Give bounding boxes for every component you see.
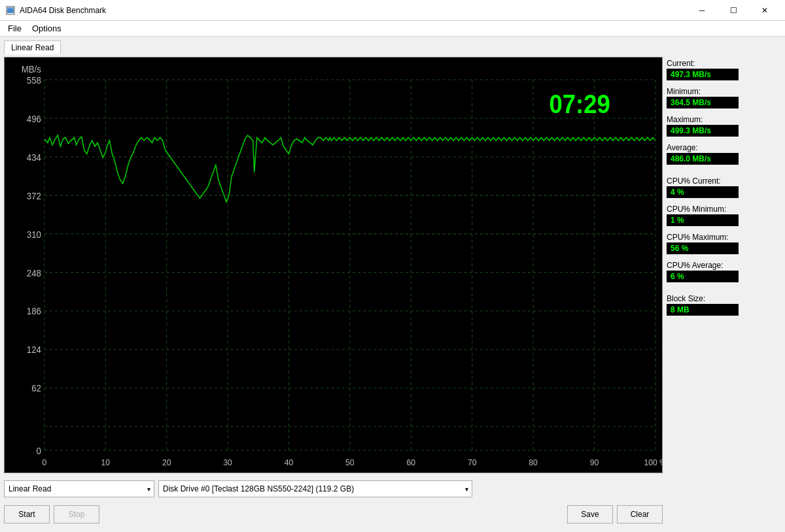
maximum-stat: Maximum: 499.3 MB/s (667, 115, 781, 139)
minimum-stat: Minimum: 364.5 MB/s (667, 87, 781, 111)
close-button[interactable]: ✕ (750, 3, 780, 18)
svg-text:80: 80 (529, 457, 538, 467)
drive-select[interactable]: Disk Drive #0 [Teclast 128GB NS550-2242]… (158, 480, 472, 497)
menu-options[interactable]: Options (27, 22, 67, 35)
chart-area: MB/s 558 496 434 372 310 248 186 124 62 … (4, 57, 663, 473)
svg-text:40: 40 (285, 457, 294, 467)
cpu-average-value: 6 % (667, 271, 739, 282)
svg-text:10: 10 (101, 457, 111, 467)
svg-text:434: 434 (27, 152, 41, 163)
current-label: Current: (667, 59, 781, 68)
controls-row1: Linear Read Random Read Linear Write Ran… (4, 480, 663, 497)
chart-svg: MB/s 558 496 434 372 310 248 186 124 62 … (5, 58, 662, 473)
cpu-minimum-value: 1 % (667, 214, 739, 226)
average-stat: Average: 486.0 MB/s (667, 143, 781, 167)
svg-text:0: 0 (43, 457, 47, 467)
cpu-average-label: CPU% Average: (667, 261, 781, 270)
svg-text:30: 30 (223, 457, 232, 467)
tab-container: Linear Read (4, 41, 663, 54)
svg-text:MB/s: MB/s (22, 63, 41, 75)
cpu-minimum-label: CPU% Minimum: (667, 205, 781, 214)
left-panel: Linear Read (4, 41, 663, 528)
svg-text:20: 20 (162, 457, 171, 467)
save-button[interactable]: Save (567, 505, 613, 524)
svg-rect-1 (7, 8, 14, 13)
window-controls: ─ ☐ ✕ (687, 3, 780, 18)
maximum-value: 499.3 MB/s (667, 125, 739, 137)
block-size-stat: Block Size: 8 MB (667, 294, 781, 318)
svg-text:310: 310 (27, 229, 41, 240)
cpu-current-value: 4 % (667, 186, 739, 198)
menu-file[interactable]: File (3, 22, 27, 35)
title-bar: AIDA64 Disk Benchmark ─ ☐ ✕ (0, 0, 785, 21)
svg-text:50: 50 (345, 457, 355, 467)
svg-text:0: 0 (36, 445, 41, 456)
right-panel: Current: 497.3 MB/s Minimum: 364.5 MB/s … (667, 41, 781, 528)
window-title: AIDA64 Disk Benchmark (20, 6, 687, 15)
minimum-value: 364.5 MB/s (667, 97, 739, 108)
test-type-select[interactable]: Linear Read Random Read Linear Write Ran… (4, 480, 154, 497)
svg-rect-2 (7, 7, 14, 8)
current-value: 497.3 MB/s (667, 69, 739, 80)
svg-text:124: 124 (27, 344, 41, 356)
app-icon (5, 5, 16, 16)
main-content: Linear Read (0, 37, 785, 532)
stop-button[interactable]: Stop (54, 505, 99, 524)
maximize-button[interactable]: ☐ (718, 3, 748, 18)
svg-rect-3 (5, 58, 662, 473)
minimum-label: Minimum: (667, 87, 781, 96)
cpu-average-stat: CPU% Average: 6 % (667, 261, 781, 285)
average-value: 486.0 MB/s (667, 153, 739, 165)
block-size-label: Block Size: (667, 294, 781, 303)
cpu-maximum-label: CPU% Maximum: (667, 233, 781, 242)
current-stat: Current: 497.3 MB/s (667, 59, 781, 83)
svg-text:496: 496 (27, 113, 41, 124)
controls-row2: Start Stop Save Clear (4, 505, 663, 524)
minimize-button[interactable]: ─ (687, 3, 717, 18)
clear-button[interactable]: Clear (617, 505, 663, 524)
svg-text:90: 90 (590, 457, 599, 467)
average-label: Average: (667, 143, 781, 152)
svg-text:248: 248 (27, 267, 41, 278)
tab-linear-read[interactable]: Linear Read (4, 41, 61, 54)
svg-text:372: 372 (27, 190, 41, 201)
cpu-maximum-value: 56 % (667, 242, 739, 254)
svg-text:60: 60 (407, 457, 416, 467)
maximum-label: Maximum: (667, 115, 781, 124)
cpu-current-stat: CPU% Current: 4 % (667, 176, 781, 201)
drive-select-wrapper: Disk Drive #0 [Teclast 128GB NS550-2242]… (158, 480, 472, 497)
svg-text:100 %: 100 % (644, 457, 662, 467)
svg-text:70: 70 (468, 457, 477, 467)
svg-text:186: 186 (27, 306, 41, 317)
timer-display: 07:29 (549, 89, 610, 118)
menu-bar: File Options (0, 21, 785, 37)
cpu-current-label: CPU% Current: (667, 176, 781, 186)
test-type-wrapper: Linear Read Random Read Linear Write Ran… (4, 480, 154, 497)
cpu-maximum-stat: CPU% Maximum: 56 % (667, 233, 781, 257)
block-size-value: 8 MB (667, 304, 739, 316)
svg-text:558: 558 (27, 75, 41, 86)
bottom-controls: Linear Read Random Read Linear Write Ran… (4, 476, 663, 528)
cpu-minimum-stat: CPU% Minimum: 1 % (667, 205, 781, 229)
start-button[interactable]: Start (4, 505, 50, 524)
svg-text:62: 62 (31, 383, 41, 394)
